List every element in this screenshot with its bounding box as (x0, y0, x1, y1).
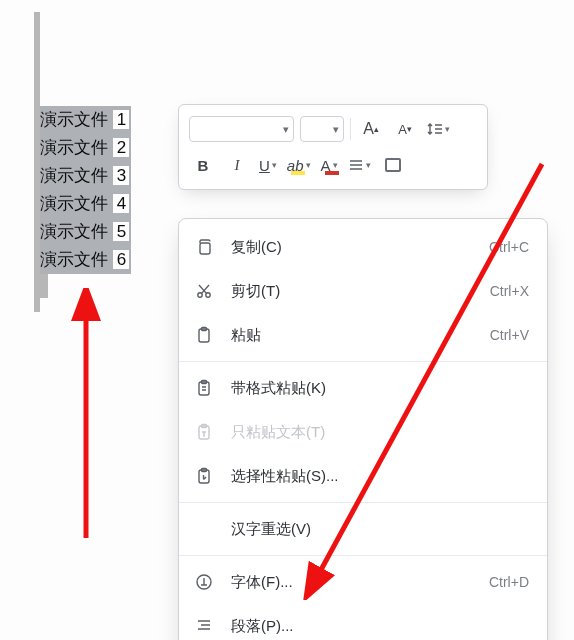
svg-point-2 (206, 293, 210, 297)
chevron-down-icon: ▾ (283, 123, 289, 136)
align-icon (348, 158, 364, 172)
chevron-down-icon: ▾ (366, 160, 371, 170)
svg-rect-0 (200, 243, 210, 254)
menu-item-copy[interactable]: 复制(C) Ctrl+C (179, 225, 547, 269)
decrease-font-button[interactable]: A▾ (391, 116, 419, 142)
paragraph-icon (193, 615, 215, 637)
svg-point-1 (198, 293, 202, 297)
chevron-down-icon: ▾ (333, 123, 339, 136)
menu-item-paste-formatted[interactable]: 带格式粘贴(K) (179, 366, 547, 410)
increase-font-button[interactable]: A▴ (357, 116, 385, 142)
italic-button[interactable]: I (223, 152, 251, 178)
annotation-arrow-up (66, 288, 106, 548)
font-color-swatch (325, 171, 339, 175)
font-icon (193, 571, 215, 593)
selected-lines[interactable]: 演示文件 1 演示文件 2 演示文件 3 演示文件 4 演示文件 5 演示文件 … (40, 106, 131, 298)
line-spacing-button[interactable]: ▾ (425, 116, 452, 142)
highlight-color-swatch (291, 171, 305, 175)
chevron-down-icon: ▾ (333, 160, 338, 170)
menu-item-paste-special[interactable]: 选择性粘贴(S)... (179, 454, 547, 498)
paragraph-align-button[interactable]: ▾ (346, 152, 373, 178)
font-size-combo[interactable]: ▾ (300, 116, 344, 142)
selected-line: 演示文件 1 (40, 106, 131, 134)
selected-line: 演示文件 6 (40, 246, 131, 274)
highlight-button[interactable]: ab ▾ (285, 152, 313, 178)
context-menu: 复制(C) Ctrl+C 剪切(T) Ctrl+X 粘贴 Ctrl+V 带格式粘… (178, 218, 548, 640)
menu-item-paste-text-only: 只粘贴文本(T) (179, 410, 547, 454)
selection-tail (40, 274, 48, 298)
menu-item-font[interactable]: 字体(F)... Ctrl+D (179, 560, 547, 604)
chevron-down-icon: ▾ (306, 160, 311, 170)
borders-button[interactable] (379, 152, 407, 178)
margin-guide (34, 12, 40, 312)
menu-separator (179, 502, 547, 503)
font-combo[interactable]: ▾ (189, 116, 294, 142)
bold-button[interactable]: B (189, 152, 217, 178)
menu-separator (179, 555, 547, 556)
mini-toolbar: ▾ ▾ A▴ A▾ ▾ B I U▾ ab ▾ A ▾ (178, 104, 488, 190)
chevron-down-icon: ▾ (272, 160, 277, 170)
paste-icon (193, 324, 215, 346)
selected-line: 演示文件 2 (40, 134, 131, 162)
chevron-down-icon: ▾ (445, 124, 450, 134)
paste-text-icon (193, 421, 215, 443)
document-selection: 演示文件 1 演示文件 2 演示文件 3 演示文件 4 演示文件 5 演示文件 … (40, 12, 131, 298)
menu-item-reconvert[interactable]: 汉字重选(V) (179, 507, 547, 551)
menu-item-paste[interactable]: 粘贴 Ctrl+V (179, 313, 547, 357)
menu-separator (179, 361, 547, 362)
cut-icon (193, 280, 215, 302)
selected-line: 演示文件 4 (40, 190, 131, 218)
selected-line: 演示文件 3 (40, 162, 131, 190)
copy-icon (193, 236, 215, 258)
underline-button[interactable]: U▾ (257, 152, 279, 178)
menu-item-paragraph[interactable]: 段落(P)... (179, 604, 547, 640)
separator (350, 118, 351, 140)
font-color-button[interactable]: A ▾ (319, 152, 340, 178)
paste-formatted-icon (193, 377, 215, 399)
selected-line: 演示文件 5 (40, 218, 131, 246)
paste-special-icon (193, 465, 215, 487)
borders-icon (385, 158, 401, 172)
menu-item-cut[interactable]: 剪切(T) Ctrl+X (179, 269, 547, 313)
line-spacing-icon (427, 121, 443, 137)
